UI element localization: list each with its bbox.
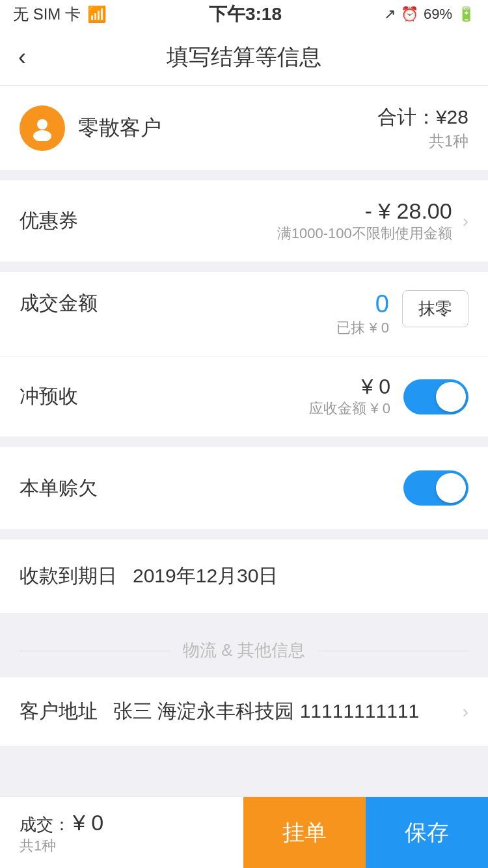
wifi-icon: 📶 (87, 5, 107, 23)
due-date-value: 2019年12月30日 (133, 563, 278, 590)
svg-point-0 (37, 119, 47, 129)
prepay-amount: ¥ 0 (309, 375, 390, 399)
logistics-section: 物流 & 其他信息 (0, 623, 488, 677)
prepay-values: ¥ 0 应收金额 ¥ 0 (309, 375, 390, 418)
transaction-sub: 已抹 ¥ 0 (336, 318, 389, 338)
location-icon: ↗ (384, 6, 396, 23)
prepay-toggle-knob (436, 382, 466, 412)
status-left: 无 SIM 卡 📶 (13, 4, 107, 25)
address-row[interactable]: 客户地址 张三 海淀永丰科技园 11111111111 › (0, 677, 488, 746)
content-area: 零散客户 合计：¥28 共1种 优惠券 - ¥ 28.00 满1000-100不… (0, 86, 488, 868)
address-left: 客户地址 张三 海淀永丰科技园 11111111111 (20, 698, 419, 725)
transaction-values: 0 已抹 ¥ 0 (336, 290, 389, 338)
customer-name: 零散客户 (78, 114, 161, 142)
total-count: 共1种 (377, 131, 468, 152)
coupon-section: 优惠券 - ¥ 28.00 满1000-100不限制使用金额 › (0, 180, 488, 262)
coupon-desc: 满1000-100不限制使用金额 (277, 224, 452, 243)
prepay-label: 冲预收 (20, 383, 78, 410)
debit-label: 本单赊欠 (20, 475, 98, 502)
svg-point-1 (33, 130, 51, 141)
coupon-discount: - ¥ 28.00 (277, 198, 452, 224)
coupon-label: 优惠券 (20, 208, 78, 234)
status-bar: 无 SIM 卡 📶 下午3:18 ↗ ⏰ 69% 🔋 (0, 0, 488, 29)
debit-toggle-knob (436, 473, 466, 503)
bottom-deal-row: 成交： ¥ 0 (20, 810, 224, 836)
logistics-label: 物流 & 其他信息 (170, 639, 318, 662)
debit-row: 本单赊欠 (0, 447, 488, 529)
status-time: 下午3:18 (209, 2, 282, 27)
bottom-count: 共1种 (20, 836, 224, 856)
customer-total: 合计：¥28 共1种 (377, 104, 468, 152)
coupon-values: - ¥ 28.00 满1000-100不限制使用金额 (277, 198, 452, 243)
due-date-label: 收款到期日 (20, 563, 117, 590)
due-date-row: 收款到期日 2019年12月30日 (0, 539, 488, 613)
total-amount: 合计：¥28 (377, 104, 468, 131)
prepay-row: 冲预收 ¥ 0 应收金额 ¥ 0 (0, 357, 488, 437)
prepay-toggle[interactable] (403, 379, 468, 414)
bottom-bar: 成交： ¥ 0 共1种 挂单 保存 (0, 796, 488, 868)
carrier-label: 无 SIM 卡 (13, 4, 81, 25)
status-right: ↗ ⏰ 69% 🔋 (384, 6, 475, 23)
bottom-buttons: 挂单 保存 (243, 797, 488, 868)
customer-row: 零散客户 合计：¥28 共1种 (0, 86, 488, 170)
page-title: 填写结算等信息 (167, 42, 321, 72)
financial-section: 成交金额 0 已抹 ¥ 0 抹零 冲预收 ¥ 0 应收金额 ¥ 0 (0, 272, 488, 437)
nav-bar: ‹ 填写结算等信息 (0, 29, 488, 86)
prepay-sub: 应收金额 ¥ 0 (309, 399, 390, 418)
bottom-deal-label: 成交： (20, 813, 70, 836)
transaction-label: 成交金额 (20, 290, 98, 317)
battery-icon: 🔋 (457, 6, 475, 23)
transaction-right: 0 已抹 ¥ 0 抹零 (336, 290, 468, 338)
alarm-icon: ⏰ (401, 6, 418, 23)
round-button[interactable]: 抹零 (402, 290, 468, 327)
bottom-deal-amount: ¥ 0 (73, 810, 103, 835)
debit-toggle[interactable] (403, 470, 468, 506)
coupon-chevron-icon: › (463, 211, 468, 232)
transaction-value: 0 (336, 290, 389, 318)
address-label: 客户地址 (20, 698, 98, 725)
coupon-row[interactable]: 优惠券 - ¥ 28.00 满1000-100不限制使用金额 › (0, 180, 488, 262)
avatar (20, 105, 65, 151)
bottom-info: 成交： ¥ 0 共1种 (0, 810, 243, 856)
battery-label: 69% (424, 6, 452, 23)
coupon-right: - ¥ 28.00 满1000-100不限制使用金额 › (277, 198, 468, 243)
back-button[interactable]: ‹ (18, 44, 26, 71)
address-chevron-icon: › (463, 701, 468, 722)
address-value: 张三 海淀永丰科技园 11111111111 (113, 698, 419, 725)
transaction-row: 成交金额 0 已抹 ¥ 0 抹零 (0, 272, 488, 357)
prepay-right: ¥ 0 应收金额 ¥ 0 (309, 375, 468, 418)
customer-left: 零散客户 (20, 105, 161, 151)
hang-button[interactable]: 挂单 (243, 797, 366, 868)
save-button[interactable]: 保存 (366, 797, 488, 868)
